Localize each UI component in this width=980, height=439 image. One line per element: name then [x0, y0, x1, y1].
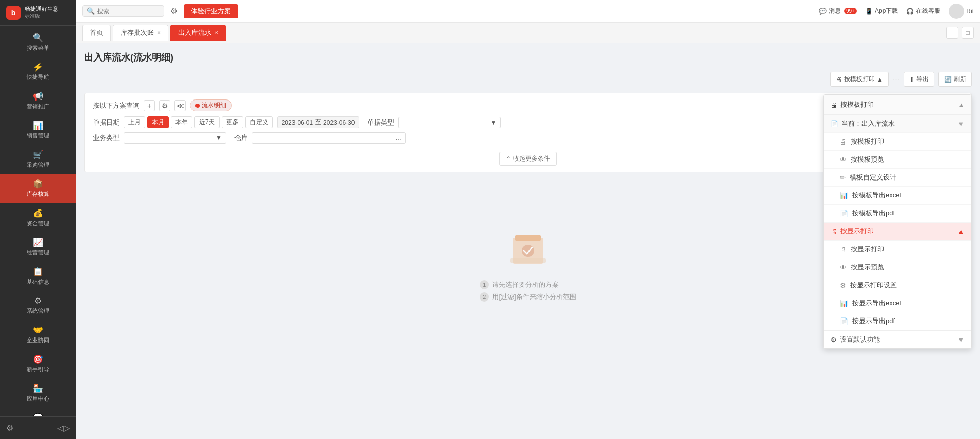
tip-text-1: 请先选择要分析的方案 [492, 280, 559, 289]
tip-num-2: 2 [480, 292, 489, 302]
filter-type-label: 单据类型 [367, 118, 394, 127]
chevron-down-icon: ▼ [491, 119, 497, 126]
filter-collapse-button[interactable]: ≪ [174, 100, 186, 111]
topbar-right-area: 💬 消息 99+ 📱 App下载 🎧 在线客服 Rit [819, 4, 974, 19]
date-last-month[interactable]: 上月 [124, 116, 145, 128]
date-this-month[interactable]: 本月 [147, 116, 169, 128]
user-avatar-item[interactable]: Rit [949, 4, 974, 19]
topbar-search-box[interactable]: 🔍 [82, 5, 164, 17]
sidebar-item-inventory[interactable]: 📦 库存核算 [0, 174, 76, 203]
dropdown-current-item[interactable]: 📄 当前：出入库流水 ▼ [824, 115, 971, 133]
search-nav-icon: 🔍 [33, 33, 43, 43]
dropdown-template-print[interactable]: 🖨 按模板打印 [824, 133, 971, 151]
message-item[interactable]: 💬 消息 99+ [819, 7, 857, 15]
tab-flow[interactable]: 出入库流水 × [170, 25, 226, 41]
topbar-gear-icon[interactable]: ⚙ [170, 6, 178, 16]
display-section-icon: 🖨 [831, 228, 837, 235]
expand-footer-icon[interactable]: ◁▷ [57, 423, 70, 433]
industry-solution-button[interactable]: 体验行业方案 [184, 4, 238, 18]
guide-icon: 🎯 [33, 354, 43, 364]
message-badge: 99+ [844, 8, 857, 14]
tab-batch[interactable]: 库存批次账 × [113, 25, 168, 41]
dropdown-display-settings[interactable]: ⚙ 按显示打印设置 [824, 276, 971, 294]
app-download-item[interactable]: 📱 App下载 [865, 7, 898, 15]
template-excel-label: 按模板导出excel [852, 191, 901, 200]
sidebar-item-shortcut[interactable]: ⚡ 快捷导航 [0, 57, 76, 86]
display-excel-icon: 📊 [840, 300, 848, 307]
svg-rect-1 [515, 235, 541, 241]
search-input[interactable] [97, 8, 159, 15]
sidebar-item-basic[interactable]: 📋 基础信息 [0, 262, 76, 291]
template-pdf-label: 按模板导出pdf [852, 209, 895, 218]
template-preview-icon: 👁 [840, 156, 847, 164]
export-icon: ⬆ [909, 76, 914, 83]
dropdown-template-preview[interactable]: 👁 按模板预览 [824, 151, 971, 169]
filter-date-field: 单据日期 上月 本月 本年 近7天 更多 自定义 2023-06-01 至 20… [93, 116, 359, 128]
app-download-label: App下载 [875, 7, 898, 15]
topbar: 🔍 ⚙ 体验行业方案 💬 消息 99+ 📱 App下载 🎧 在线客服 Rit [76, 0, 980, 23]
filter-add-button[interactable]: + [144, 100, 155, 111]
filter-chip-item[interactable]: 流水明细 [190, 99, 232, 111]
sidebar-item-label: 系统管理 [27, 307, 49, 315]
tab-flow-close[interactable]: × [214, 29, 218, 36]
sidebar-item-wechat[interactable]: 💬 企业微信 [0, 408, 76, 416]
dropdown-display-pdf[interactable]: 📄 按显示导出pdf [824, 312, 971, 330]
dropdown-display-excel[interactable]: 📊 按显示导出excel [824, 294, 971, 312]
filter-biz-select[interactable]: ▼ [124, 132, 226, 144]
tab-batch-close[interactable]: × [157, 29, 161, 36]
sidebar-item-corp[interactable]: 🤝 企业协同 [0, 320, 76, 349]
purchase-icon: 🛒 [33, 150, 43, 159]
dropdown-template-custom[interactable]: ✏ 模板自定义设计 [824, 169, 971, 187]
filter-settings-button[interactable]: ⚙ [159, 100, 170, 111]
filter-type-select[interactable]: ▼ [398, 117, 501, 128]
page-title: 出入库流水(流水明细) [84, 51, 972, 64]
date-from: 2023-06-01 [282, 119, 313, 126]
sidebar-item-system[interactable]: ⚙ 系统管理 [0, 291, 76, 320]
sidebar-item-purchase[interactable]: 🛒 采购管理 [0, 145, 76, 174]
filter-warehouse-select[interactable]: … [252, 132, 406, 144]
tab-home[interactable]: 首页 [82, 25, 111, 41]
export-button[interactable]: ⬆ 导出 [904, 72, 934, 87]
date-range-display[interactable]: 2023-06-01 至 2023-06-30 [277, 116, 360, 128]
date-separator: 至 [315, 118, 321, 127]
inventory-icon: 📦 [33, 179, 43, 189]
tab-maximize-button[interactable]: □ [962, 27, 974, 39]
tab-minimize-button[interactable]: ─ [946, 27, 958, 39]
dropdown-template-excel[interactable]: 📊 按模板导出excel [824, 187, 971, 205]
print-template-button[interactable]: 🖨 按模板打印 ▲ [830, 72, 889, 87]
filter-biz-label: 业务类型 [93, 133, 120, 143]
dropdown-display-section[interactable]: 🖨 按显示打印 ▲ [824, 223, 971, 241]
refresh-button[interactable]: 🔄 刷新 [938, 72, 972, 87]
date-custom[interactable]: 自定义 [245, 116, 273, 128]
display-settings-label: 按显示打印设置 [850, 281, 897, 290]
date-more[interactable]: 更多 [222, 116, 243, 128]
sidebar-item-finance[interactable]: 💰 资金管理 [0, 203, 76, 232]
collapse-filter-button[interactable]: ⌃ 收起更多条件 [499, 152, 557, 166]
online-service-item[interactable]: 🎧 在线客服 [906, 7, 940, 15]
sidebar-item-operation[interactable]: 📈 经营管理 [0, 232, 76, 262]
date-this-year[interactable]: 本年 [171, 116, 192, 128]
dropdown-template-pdf[interactable]: 📄 按模板导出pdf [824, 205, 971, 223]
sidebar-item-sales[interactable]: 📊 销售管理 [0, 115, 76, 145]
sidebar-item-search[interactable]: 🔍 搜索菜单 [0, 28, 76, 57]
chip-label: 流水明细 [202, 101, 226, 110]
dropdown-display-preview[interactable]: 👁 按显示预览 [824, 258, 971, 276]
dropdown-display-print[interactable]: 🖨 按显示打印 [824, 241, 971, 258]
sidebar-item-marketing[interactable]: 📢 营销推广 [0, 86, 76, 115]
settings-footer-icon[interactable]: ⚙ [6, 423, 13, 433]
dropdown-footer-default[interactable]: ⚙ 设置默认功能 ▼ [824, 330, 971, 348]
sidebar-item-label: 企业协同 [27, 336, 49, 344]
sidebar-item-guide[interactable]: 🎯 新手引导 [0, 349, 76, 378]
sidebar-item-label: 销售管理 [27, 132, 49, 139]
template-custom-label: 模板自定义设计 [850, 173, 896, 182]
dropdown-collapse-icon[interactable]: ▲ [958, 102, 964, 108]
search-icon: 🔍 [87, 7, 95, 15]
filter-biz-field: 业务类型 ▼ [93, 132, 226, 144]
message-label: 消息 [829, 7, 841, 15]
date-7days[interactable]: 近7天 [194, 116, 220, 128]
appstore-icon: 🏪 [33, 384, 43, 393]
sidebar-item-appstore[interactable]: 🏪 应用中心 [0, 378, 76, 408]
online-service-label: 在线客服 [916, 7, 940, 15]
logo-icon: b [6, 6, 21, 20]
sidebar-item-label: 经营管理 [27, 249, 49, 256]
